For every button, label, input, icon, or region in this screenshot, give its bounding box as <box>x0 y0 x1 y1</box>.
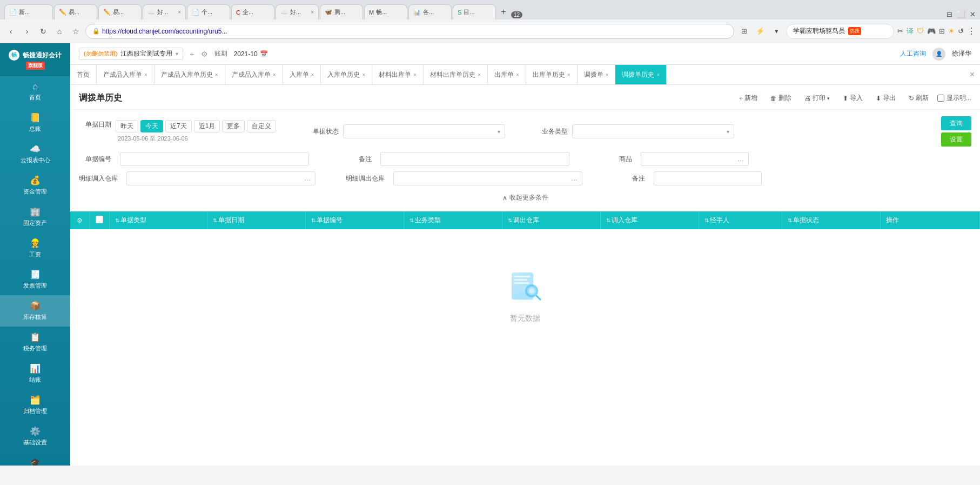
tab-close-stock-out-hist[interactable]: × <box>567 72 570 78</box>
page-tab-product-in-hist[interactable]: 产成品入库单历史 × <box>155 65 225 84</box>
extensions-icon[interactable]: ⊞ <box>737 27 750 35</box>
business-type-select[interactable]: ▾ <box>572 124 734 138</box>
sidebar-item-guide[interactable]: 🎓 新手引导 <box>0 452 70 466</box>
page-tab-material-out-hist[interactable]: 材料出库单历史 × <box>424 65 488 84</box>
scissors-icon[interactable]: ✂ <box>897 27 903 35</box>
col-checkbox[interactable] <box>90 211 109 229</box>
col-settings[interactable]: ⚙ <box>70 211 90 229</box>
tab-close-stock-out[interactable]: × <box>516 72 519 78</box>
tab-close-transfer-hist[interactable]: × <box>656 72 660 78</box>
delete-btn[interactable]: 🗑 删除 <box>766 91 796 105</box>
date-btn-1month[interactable]: 近1月 <box>194 120 220 132</box>
sidebar-item-home[interactable]: ⌂ 首页 <box>0 76 70 107</box>
sidebar-item-cloud-report[interactable]: ☁️ 云报表中心 <box>0 138 70 170</box>
tab-close-4[interactable]: × <box>178 9 181 15</box>
import-btn[interactable]: ⬆ 导入 <box>838 91 867 105</box>
sidebar-item-fixed-assets[interactable]: 🏢 固定资产 <box>0 201 70 232</box>
back-button[interactable]: ‹ <box>4 25 17 38</box>
page-tab-transfer-hist[interactable]: 调拨单历史 × <box>615 65 667 84</box>
browser-tab-7[interactable]: ☁️ 好... × <box>276 4 319 19</box>
sun-icon[interactable]: ☀ <box>948 27 955 35</box>
search-bar[interactable]: 学霸应聘场驱鸟员 热搜 <box>786 24 894 39</box>
more-icon[interactable]: ⋮ <box>967 26 976 36</box>
period-value[interactable]: 2021-10 📅 <box>234 50 268 58</box>
col-doc-type[interactable]: ⇅ 单据类型 <box>109 211 207 229</box>
tab-close-stock-in-hist[interactable]: × <box>362 72 365 78</box>
collapse-btn[interactable]: ∧ 收起更多条件 <box>500 191 551 204</box>
new-btn[interactable]: + 新增 <box>735 91 762 105</box>
undo-icon[interactable]: ↺ <box>958 27 964 35</box>
page-tab-product-in-2[interactable]: 产成品入库单 × <box>225 65 283 84</box>
page-tab-material-out[interactable]: 材料出库单 × <box>372 65 424 84</box>
sidebar-item-inventory[interactable]: 📦 库存核算 <box>0 295 70 327</box>
translate-icon[interactable]: 译 <box>907 26 914 36</box>
status-select[interactable]: ▾ <box>343 124 505 138</box>
col-doc-status[interactable]: ⇅ 单据状态 <box>782 211 880 229</box>
sidebar-item-ledger[interactable]: 📒 总账 <box>0 107 70 138</box>
sidebar-item-tax[interactable]: 📋 税务管理 <box>0 327 70 358</box>
select-all-checkbox[interactable] <box>96 216 103 223</box>
date-btn-custom[interactable]: 自定义 <box>247 120 276 132</box>
doc-number-input[interactable] <box>120 152 309 166</box>
display-checkbox[interactable] <box>937 95 944 102</box>
refresh-btn[interactable]: ↻ 刷新 <box>904 91 933 105</box>
detail-remark-input[interactable] <box>654 171 762 185</box>
add-company-btn[interactable]: + <box>190 50 194 58</box>
game-icon[interactable]: 🎮 <box>927 27 936 35</box>
remark-input[interactable] <box>380 152 569 166</box>
export-btn[interactable]: ⬇ 导出 <box>871 91 900 105</box>
browser-tab-6[interactable]: C 企... <box>231 4 274 19</box>
page-tab-home[interactable]: 首页 <box>70 65 97 84</box>
date-btn-more[interactable]: 更多 <box>222 120 245 132</box>
sidebar-item-invoice[interactable]: 🧾 发票管理 <box>0 264 70 295</box>
tab-close-7[interactable]: × <box>311 9 314 15</box>
tab-close-material-out-hist[interactable]: × <box>478 72 481 78</box>
sidebar-item-settings[interactable]: ⚙️ 基础设置 <box>0 421 70 452</box>
browser-tab-10[interactable]: 📊 各... <box>408 4 452 19</box>
grid-icon[interactable]: ⊞ <box>939 27 945 35</box>
col-handler[interactable]: ⇅ 经手人 <box>699 211 782 229</box>
display-toggle[interactable]: 显示明... <box>937 94 971 103</box>
sidebar-item-archive[interactable]: 🗂️ 归档管理 <box>0 389 70 421</box>
browser-tab-9[interactable]: M 畅... <box>364 4 407 19</box>
restore-icon[interactable]: ⊟ <box>947 10 952 18</box>
date-btn-today[interactable]: 今天 <box>140 120 163 132</box>
detail-out-input[interactable]: … <box>393 171 582 185</box>
col-transfer-out[interactable]: ⇅ 调出仓库 <box>502 211 600 229</box>
tab-close-transfer[interactable]: × <box>606 72 609 78</box>
maximize-icon[interactable]: ⬜ <box>957 10 965 18</box>
shield-icon[interactable]: 🛡 <box>917 27 924 35</box>
browser-tab-3[interactable]: ✏️ 易... <box>98 4 142 19</box>
date-btn-7days[interactable]: 近7天 <box>165 120 192 132</box>
detail-in-input[interactable]: … <box>126 171 316 185</box>
sidebar-item-payroll[interactable]: 👷 工资 <box>0 232 70 264</box>
tab-close-product-in-2[interactable]: × <box>273 72 276 78</box>
browser-tab-2[interactable]: ✏️ 易... <box>54 4 97 19</box>
goods-input[interactable]: … <box>641 152 749 166</box>
col-doc-date[interactable]: ⇅ 单据日期 <box>207 211 306 229</box>
service-btn[interactable]: 人工咨询 <box>900 49 926 58</box>
query-button[interactable]: 查询 <box>941 116 971 130</box>
tab-bar-close-btn[interactable]: × <box>964 70 980 79</box>
col-transfer-in[interactable]: ⇅ 调入仓库 <box>600 211 699 229</box>
page-tab-stock-in[interactable]: 入库单 × <box>283 65 321 84</box>
page-tab-stock-out[interactable]: 出库单 × <box>488 65 526 84</box>
company-settings-icon[interactable]: ⚙ <box>201 50 208 58</box>
page-tab-stock-out-hist[interactable]: 出库单历史 × <box>526 65 578 84</box>
refresh-button[interactable]: ↻ <box>37 25 50 38</box>
home-button[interactable]: ⌂ <box>53 25 66 38</box>
browser-tab-5[interactable]: 📄 个... <box>187 4 230 19</box>
close-icon[interactable]: ✕ <box>970 10 976 18</box>
col-doc-number[interactable]: ⇅ 单据编号 <box>306 211 404 229</box>
browser-menu[interactable]: ▾ <box>770 27 783 35</box>
page-tab-product-in[interactable]: 产成品入库单 × <box>97 65 155 84</box>
star-button[interactable]: ☆ <box>69 25 82 38</box>
tab-close-product-in[interactable]: × <box>144 72 147 78</box>
date-btn-yesterday[interactable]: 昨天 <box>116 120 138 132</box>
tab-close-stock-in[interactable]: × <box>311 72 314 78</box>
page-tab-transfer[interactable]: 调拨单 × <box>578 65 616 84</box>
page-tab-stock-in-hist[interactable]: 入库单历史 × <box>321 65 372 84</box>
setting-button[interactable]: 设置 <box>941 132 971 147</box>
browser-tab-4[interactable]: ☁️ 好... × <box>143 4 186 19</box>
sidebar-item-fund[interactable]: 💰 资金管理 <box>0 170 70 201</box>
